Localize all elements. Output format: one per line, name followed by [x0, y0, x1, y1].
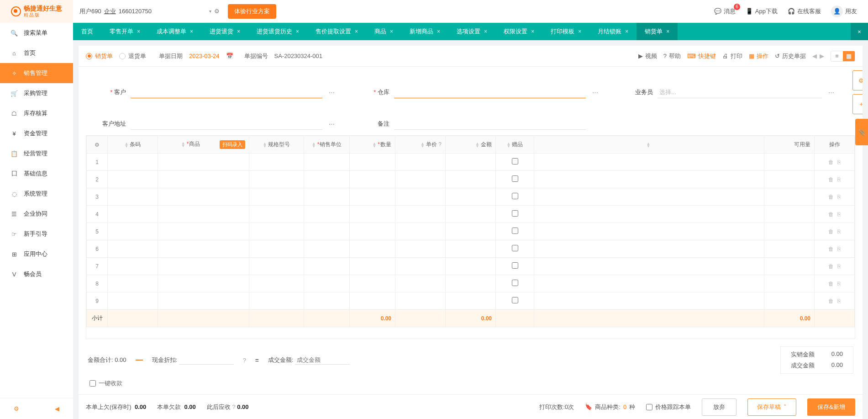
nav-system[interactable]: ◌系统管理 — [0, 184, 73, 204]
trial-industry-button[interactable]: 体验行业方案 — [228, 4, 276, 19]
history-link[interactable]: ↺历史单据 — [775, 52, 806, 60]
copy-row-icon[interactable]: ⎘ — [837, 159, 841, 165]
customer-picker-icon[interactable]: ⋯ — [327, 89, 337, 96]
tab-销货单[interactable]: 销货单× — [637, 23, 678, 40]
salesman-input[interactable] — [658, 86, 822, 98]
delete-row-icon[interactable]: 🗑 — [828, 228, 834, 235]
sort-icon[interactable] — [125, 142, 129, 148]
tab-月结锁账[interactable]: 月结锁账× — [589, 23, 637, 40]
table-row[interactable]: 9🗑⎘ — [87, 292, 855, 310]
side-drawer-tab[interactable]: 📎 — [855, 119, 868, 145]
video-link[interactable]: ▶视频 — [638, 52, 657, 60]
copy-row-icon[interactable]: ⎘ — [837, 281, 841, 287]
gear-icon[interactable]: ⚙ — [214, 8, 220, 15]
support-link[interactable]: 🎧 在线客服 — [788, 7, 821, 16]
ops-link[interactable]: ▦操作 — [749, 52, 768, 60]
checkbox-icon[interactable] — [89, 380, 96, 387]
sort-icon[interactable] — [181, 142, 185, 148]
copy-row-icon[interactable]: ⎘ — [837, 228, 841, 235]
org-selector[interactable]: 用户690企业1660120750 ▾ — [79, 7, 211, 16]
nav-finance[interactable]: ¥资金管理 — [0, 123, 73, 143]
close-icon[interactable]: × — [190, 28, 193, 35]
close-icon[interactable]: × — [625, 28, 628, 35]
close-icon[interactable]: × — [531, 28, 534, 35]
nav-inventory[interactable]: ☖库存核算 — [0, 103, 73, 123]
sort-icon[interactable] — [263, 142, 267, 148]
nav-search[interactable]: 🔍搜索菜单 — [0, 23, 73, 43]
save-draft-button[interactable]: 保存草稿˄ — [747, 398, 796, 416]
nav-collab[interactable]: ☰企业协同 — [0, 204, 73, 224]
delete-row-icon[interactable]: 🗑 — [828, 159, 834, 165]
tab-零售开单[interactable]: 零售开单× — [101, 23, 148, 40]
tab-售价提取设置[interactable]: 售价提取设置× — [307, 23, 366, 40]
remark-input[interactable] — [394, 118, 586, 130]
table-row[interactable]: 1🗑⎘ — [87, 154, 855, 171]
nav-vip[interactable]: V畅会员 — [0, 264, 73, 284]
settings-button[interactable]: ⚙设置 — [852, 70, 863, 90]
hotkey-link[interactable]: ⌨快捷键 — [687, 52, 716, 60]
next-doc-icon[interactable]: ▶ — [820, 53, 824, 59]
copy-row-icon[interactable]: ⎘ — [837, 211, 841, 217]
nav-apps[interactable]: ⊞应用中心 — [0, 244, 73, 264]
sort-icon[interactable] — [475, 142, 479, 148]
table-row[interactable]: 7🗑⎘ — [87, 258, 855, 275]
view-list-icon[interactable]: ≡ — [831, 51, 843, 61]
tab-进货退货历史[interactable]: 进货退货历史× — [248, 23, 307, 40]
gift-checkbox[interactable] — [512, 297, 518, 303]
table-row[interactable]: 8🗑⎘ — [87, 275, 855, 292]
sort-icon[interactable] — [647, 142, 651, 148]
help-link[interactable]: ?帮助 — [663, 52, 681, 60]
table-row[interactable]: 4🗑⎘ — [87, 206, 855, 223]
tab-首页[interactable]: 首页 — [73, 23, 101, 40]
tab-成本调整单[interactable]: 成本调整单× — [148, 23, 201, 40]
view-card-icon[interactable]: ▦ — [843, 51, 855, 61]
delete-row-icon[interactable]: 🗑 — [828, 298, 834, 304]
discount-input[interactable] — [179, 355, 234, 365]
logistics-button[interactable]: ＋物流 — [852, 94, 863, 114]
tab-商品[interactable]: 商品× — [366, 23, 401, 40]
scan-entry-button[interactable]: 扫码录入 — [220, 140, 245, 149]
close-icon[interactable]: × — [578, 28, 581, 35]
app-download-link[interactable]: 📱 App下载 — [746, 7, 778, 16]
nav-sales[interactable]: ⟡销售管理 — [0, 63, 73, 83]
radio-sale[interactable]: 销货单 — [86, 52, 113, 60]
delete-row-icon[interactable]: 🗑 — [828, 211, 834, 217]
settings-footer-icon[interactable]: ⚙ — [14, 405, 19, 412]
prev-doc-icon[interactable]: ◀ — [812, 53, 817, 59]
calendar-icon[interactable]: 📅 — [226, 53, 233, 59]
gear-column-icon[interactable]: ⚙ — [95, 142, 100, 148]
delete-row-icon[interactable]: 🗑 — [828, 263, 834, 270]
gift-checkbox[interactable] — [512, 210, 518, 217]
delete-row-icon[interactable]: 🗑 — [828, 194, 834, 200]
address-picker-icon[interactable]: ⋯ — [327, 121, 337, 127]
copy-row-icon[interactable]: ⎘ — [837, 298, 841, 304]
customer-input[interactable] — [131, 86, 322, 98]
tab-打印模板[interactable]: 打印模板× — [542, 23, 589, 40]
close-icon[interactable]: × — [437, 28, 440, 35]
radio-return[interactable]: 退货单 — [119, 52, 146, 60]
user-menu[interactable]: 👤 用友 — [831, 5, 857, 17]
nav-home[interactable]: ⌂首页 — [0, 43, 73, 63]
table-row[interactable]: 2🗑⎘ — [87, 171, 855, 188]
salesman-picker-icon[interactable]: ⋯ — [826, 89, 836, 96]
doc-date-value[interactable]: 2023-03-24 — [189, 53, 220, 59]
delete-row-icon[interactable]: 🗑 — [828, 281, 834, 287]
discard-button[interactable]: 放弃 — [702, 398, 736, 416]
tab-新增商品[interactable]: 新增商品× — [401, 23, 448, 40]
question-icon[interactable]: ? — [243, 357, 246, 364]
close-icon[interactable]: × — [355, 28, 358, 35]
collapse-nav-icon[interactable]: ◀ — [55, 405, 59, 412]
save-and-new-button[interactable]: 保存&新增 — [807, 398, 855, 416]
gift-checkbox[interactable] — [512, 158, 518, 164]
copy-row-icon[interactable]: ⎘ — [837, 194, 841, 200]
nav-basedata[interactable]: 囗基础信息 — [0, 164, 73, 184]
sort-icon[interactable] — [372, 142, 376, 148]
delete-row-icon[interactable]: 🗑 — [828, 176, 834, 183]
gift-checkbox[interactable] — [512, 175, 518, 182]
warehouse-input[interactable] — [394, 86, 586, 98]
close-icon[interactable]: × — [137, 28, 140, 35]
table-row[interactable]: 3🗑⎘ — [87, 188, 855, 206]
sort-icon[interactable] — [507, 142, 511, 148]
delete-row-icon[interactable]: 🗑 — [828, 246, 834, 252]
nav-purchase[interactable]: 🛒采购管理 — [0, 83, 73, 103]
